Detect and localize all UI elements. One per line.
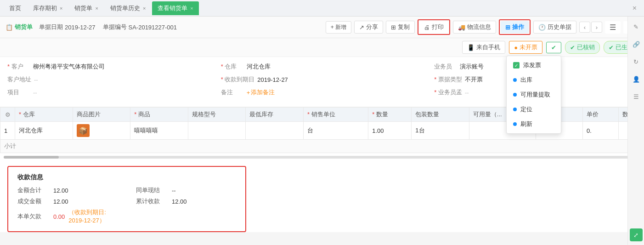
add-note-btn[interactable]: + 添加备注 bbox=[247, 88, 275, 97]
dropdown-outbound[interactable]: 出库 bbox=[507, 73, 561, 87]
locate-dot bbox=[513, 108, 517, 111]
doc-number-item: 单据编号 SA-20191227-001 bbox=[103, 23, 177, 31]
tab-inventory-init[interactable]: 库存期初 × bbox=[28, 1, 68, 15]
product-img-icon: 📦 bbox=[79, 126, 88, 135]
print-icon: 🖨 bbox=[424, 24, 430, 31]
nav-arrows: ‹ › bbox=[579, 22, 602, 33]
view-list-btn[interactable]: ☰ bbox=[605, 21, 621, 34]
sold-check-icon: ✔ bbox=[570, 44, 575, 51]
tab-view-sales[interactable]: 查看销货单 × bbox=[152, 1, 198, 15]
close-all-tabs[interactable]: × bbox=[629, 4, 640, 12]
subtotal-row: 小计 bbox=[0, 140, 644, 153]
print-btn[interactable]: 🖨 打印 bbox=[419, 21, 448, 33]
tab-inventory-label: 库存期初 bbox=[33, 4, 57, 12]
cell-unit-price: 0. bbox=[583, 122, 619, 140]
sidebar-user-icon[interactable]: 👤 bbox=[630, 73, 643, 85]
confirm-btn[interactable]: ✔ bbox=[546, 42, 561, 53]
prev-btn[interactable]: ‹ bbox=[579, 22, 590, 33]
dropdown-locate[interactable]: 定位 bbox=[507, 102, 561, 117]
col-pack-qty: 包装数量 bbox=[412, 108, 469, 122]
tab-sales-order[interactable]: 销货单 × bbox=[69, 1, 103, 15]
share-icon: ↗ bbox=[359, 24, 364, 31]
note-field: 备注 + 添加备注 bbox=[221, 88, 424, 97]
same-order-settle-value: -- bbox=[172, 187, 176, 194]
address-field: 客户地址 -- bbox=[7, 75, 210, 84]
due-date-value: 2019-12-27 bbox=[257, 76, 288, 83]
payment-owed: 本单欠款 0.00 （收款到期日: 2019-12-27） bbox=[17, 208, 118, 225]
deal-amount-label: 成交金额 bbox=[17, 197, 50, 205]
cell-warehouse: 河北仓库 bbox=[15, 122, 73, 140]
logistics-btn[interactable]: 🚚 物流信息 bbox=[453, 21, 496, 34]
sales-staff-value: -- bbox=[465, 89, 469, 96]
payment-title: 收款信息 bbox=[17, 173, 236, 182]
tab-view-sales-label: 查看销货单 bbox=[158, 4, 187, 12]
cell-spec bbox=[188, 122, 246, 140]
tab-history-close[interactable]: × bbox=[143, 6, 146, 11]
new-btn[interactable]: + 新增 bbox=[326, 21, 351, 34]
sidebar-refresh-icon[interactable]: ↻ bbox=[630, 55, 643, 68]
add-note-text: 添加备注 bbox=[251, 88, 275, 97]
owed-value: 0.00 bbox=[53, 213, 65, 220]
col-unit-price: 单价 bbox=[583, 108, 619, 122]
staff-value: 演示账号 bbox=[460, 63, 484, 71]
owed-label: 本单欠款 bbox=[17, 212, 50, 221]
dropdown-refresh[interactable]: 刷新 bbox=[507, 117, 561, 131]
history-icon: 🕐 bbox=[538, 24, 546, 31]
tab-sales-history[interactable]: 销货单历史 × bbox=[105, 1, 151, 15]
add-note-plus: + bbox=[247, 89, 250, 96]
deal-amount-value: 12.00 bbox=[53, 198, 68, 205]
share-btn[interactable]: ↗ 分享 bbox=[354, 21, 383, 34]
print-btn-wrapper: 🖨 打印 bbox=[418, 19, 450, 35]
logistics-icon: 🚚 bbox=[458, 24, 465, 31]
cell-qty: 1.00 bbox=[368, 122, 412, 140]
history-btn[interactable]: 🕐 历史单据 bbox=[533, 21, 576, 34]
payment-section: 收款信息 金额合计 12.00 同单现结 -- 成交金额 12.00 累计收款 … bbox=[7, 166, 246, 232]
address-label: 客户地址 bbox=[7, 75, 31, 84]
copy-icon: ⊞ bbox=[391, 24, 396, 31]
warehouse-value: 河北仓库 bbox=[247, 63, 271, 71]
table-scrollbar[interactable] bbox=[0, 153, 644, 161]
same-order-settle-label: 同单现结 bbox=[136, 186, 168, 194]
sidebar-link-icon[interactable]: 🔗 bbox=[630, 38, 643, 51]
from-mobile-btn[interactable]: 📱 来自手机 bbox=[462, 41, 505, 54]
project-label: 项目 bbox=[7, 88, 30, 97]
warehouse-label: 仓库 bbox=[221, 63, 244, 71]
sidebar-list-icon[interactable]: ☰ bbox=[630, 90, 643, 103]
payment-same-order-settle: 同单现结 -- bbox=[136, 186, 236, 194]
sidebar-edit-icon[interactable]: ✎ bbox=[630, 20, 643, 33]
cumulative-value: 12.00 bbox=[172, 198, 187, 205]
dropdown-add-invoice[interactable]: ✓ 添发票 bbox=[507, 58, 561, 73]
tab-view-sales-close[interactable]: × bbox=[190, 6, 193, 11]
scrollbar-track bbox=[4, 156, 640, 159]
doc-title-area: 📋 销货单 bbox=[6, 23, 33, 31]
not-opened-dot: ● bbox=[514, 44, 518, 51]
right-sidebar: ✎ 🔗 ↻ 👤 ☰ ⤢ bbox=[627, 17, 644, 237]
operations-btn[interactable]: ⊞ 操作 bbox=[501, 21, 529, 33]
subtotal-label: 小计 bbox=[0, 140, 644, 153]
not-opened-btn[interactable]: ● 未开票 bbox=[509, 41, 542, 54]
effective-check-icon: ✔ bbox=[609, 44, 614, 51]
main-content: 📋 销货单 单据日期 2019-12-27 单据编号 SA-20191227-0… bbox=[0, 17, 644, 232]
warehouse-field: 仓库 河北仓库 bbox=[221, 63, 424, 71]
outbound-dot bbox=[513, 78, 517, 82]
col-unit: 销售单位 bbox=[303, 108, 368, 122]
cell-min-stock bbox=[246, 122, 304, 140]
operations-icon: ⊞ bbox=[505, 24, 510, 31]
tab-home[interactable]: 首页 bbox=[4, 1, 27, 15]
doc-title: 销货单 bbox=[15, 23, 33, 31]
col-min-stock: 最低库存 bbox=[246, 108, 304, 122]
customer-label: 客户 bbox=[7, 63, 30, 71]
action-bar: 📱 来自手机 ● 未开票 ✔ ✔ 已核销 ✔ 已生效 ✓ 添发票 出库 bbox=[0, 38, 644, 57]
next-btn[interactable]: › bbox=[591, 22, 602, 33]
copy-btn[interactable]: ⊞ 复制 bbox=[386, 21, 415, 34]
tab-history-label: 销货单历史 bbox=[110, 4, 140, 12]
sold-btn[interactable]: ✔ 已核销 bbox=[565, 41, 600, 54]
tab-sales-close[interactable]: × bbox=[95, 6, 98, 11]
sidebar-expand-icon[interactable]: ⤢ bbox=[630, 228, 643, 237]
customer-field: 客户 柳州粤港平安气体有限公司 bbox=[7, 63, 210, 71]
total-amount-value: 12.00 bbox=[53, 187, 68, 194]
tab-inventory-close[interactable]: × bbox=[60, 6, 62, 11]
ticket-label: 票据类型 bbox=[434, 75, 462, 84]
col-qty: 数量 bbox=[368, 108, 412, 122]
dropdown-available-qty[interactable]: 可用量提取 bbox=[507, 87, 561, 102]
